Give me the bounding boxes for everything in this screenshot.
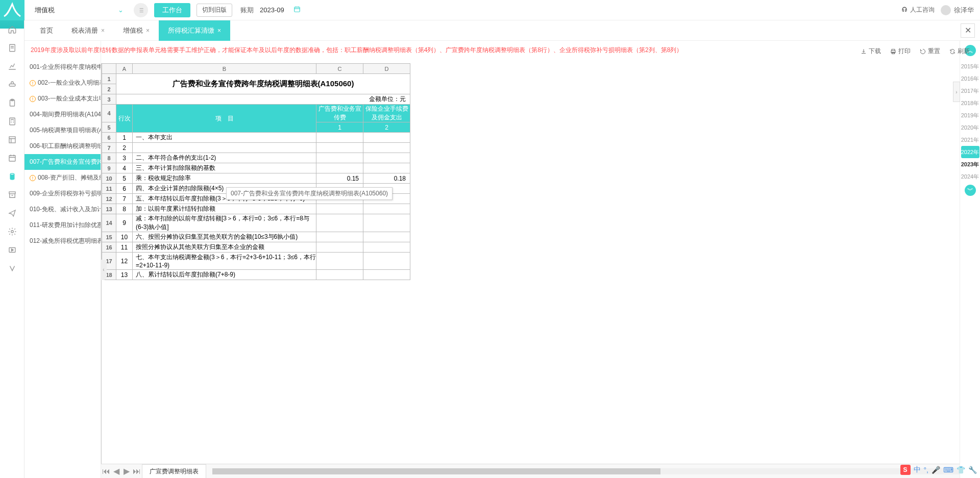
value-cell[interactable] bbox=[316, 242, 363, 253]
user-menu[interactable]: 徐泽华 bbox=[941, 5, 974, 15]
value-cell[interactable] bbox=[363, 242, 410, 253]
value-cell[interactable] bbox=[363, 253, 410, 270]
nav-home-icon[interactable] bbox=[0, 20, 24, 39]
project-cell[interactable]: 减：本年扣除的以前年度结转额[3＞6，本行=0；3≤6，本行=8与(6-3)孰小… bbox=[133, 214, 316, 232]
year-2020年[interactable]: 2020年 bbox=[961, 121, 979, 134]
project-cell[interactable]: 一、本年支出 bbox=[133, 133, 316, 143]
close-icon[interactable]: × bbox=[146, 27, 150, 34]
nav-send-icon[interactable] bbox=[0, 204, 24, 222]
year-2015年[interactable]: 2015年 bbox=[961, 60, 979, 72]
value-cell[interactable]: 0.18 bbox=[363, 173, 410, 184]
row-header[interactable]: 7 bbox=[102, 143, 116, 153]
value-cell[interactable] bbox=[316, 133, 363, 143]
print-button[interactable]: 打印 bbox=[890, 47, 911, 56]
sheet-item[interactable]: 007-广告费和业务宣传费跨... bbox=[24, 154, 101, 170]
value-cell[interactable] bbox=[316, 232, 363, 242]
value-cell[interactable] bbox=[363, 270, 410, 280]
value-cell[interactable] bbox=[316, 143, 363, 153]
project-cell[interactable]: 六、按照分摊协议归集至其他关联方的金额(10≤3与6孰小值) bbox=[133, 232, 316, 242]
download-button[interactable]: 下载 bbox=[861, 47, 881, 56]
sheet-item[interactable]: 005-纳税调整项目明细表(A1... bbox=[24, 122, 101, 138]
col-header[interactable]: A bbox=[116, 64, 133, 74]
help-link[interactable]: 人工咨询 bbox=[901, 6, 935, 14]
ime-punct-icon[interactable]: °, bbox=[924, 466, 929, 474]
row-header[interactable]: 12 bbox=[102, 194, 116, 204]
nav-doc-icon[interactable] bbox=[0, 39, 24, 57]
collapse-sheet-list-button[interactable]: ‹ bbox=[101, 260, 107, 280]
year-2019年[interactable]: 2019年 bbox=[961, 109, 979, 121]
project-cell[interactable]: 七、本年支出纳税调整金额(3＞6，本行=2+3-6+10-11；3≤6，本行=2… bbox=[133, 253, 316, 270]
value-cell[interactable] bbox=[363, 143, 410, 153]
org-selector[interactable]: 增值税 ⌄ bbox=[31, 3, 128, 17]
row-header[interactable]: 11 bbox=[102, 184, 116, 194]
close-icon[interactable]: × bbox=[101, 27, 105, 34]
nav-video-icon[interactable] bbox=[0, 241, 24, 259]
nav-settings-icon[interactable] bbox=[0, 222, 24, 241]
project-cell[interactable]: 按照分摊协议从其他关联方归集至本企业的金额 bbox=[133, 242, 316, 253]
year-2024年[interactable]: 2024年 bbox=[961, 170, 979, 183]
row-header[interactable]: 10 bbox=[102, 173, 116, 184]
year-2017年[interactable]: 2017年 bbox=[961, 85, 979, 97]
project-cell[interactable] bbox=[133, 143, 316, 153]
row-header[interactable]: 6 bbox=[102, 133, 116, 143]
col-header[interactable]: B bbox=[133, 64, 316, 74]
nav-template-icon[interactable] bbox=[0, 131, 24, 149]
tab-税表清册[interactable]: 税表清册× bbox=[62, 20, 114, 41]
row-header[interactable]: 1 bbox=[102, 74, 116, 84]
value-cell[interactable] bbox=[363, 232, 410, 242]
nav-v-icon[interactable] bbox=[0, 259, 24, 278]
nav-archive-icon[interactable] bbox=[0, 186, 24, 204]
row-header[interactable]: 8 bbox=[102, 153, 116, 163]
horizontal-scrollbar[interactable] bbox=[212, 468, 960, 474]
sheet-item[interactable]: 012-减免所得税优惠明细表(... bbox=[24, 233, 101, 249]
year-2022年[interactable]: 2022年 bbox=[961, 146, 979, 158]
row-header[interactable]: 16 bbox=[102, 242, 116, 253]
spreadsheet-grid[interactable]: ABCD1广告费和业务宣传费跨年度纳税调整明细表(A105060)23金额单位：… bbox=[101, 63, 960, 464]
project-cell[interactable]: 加：以前年度累计结转扣除额 bbox=[133, 204, 316, 214]
value-cell[interactable] bbox=[363, 133, 410, 143]
nav-calc-icon[interactable] bbox=[0, 112, 24, 131]
year-2021年[interactable]: 2021年 bbox=[961, 134, 979, 146]
sheet-nav-next-icon[interactable]: ▶ bbox=[121, 466, 132, 476]
ime-mic-icon[interactable]: 🎤 bbox=[932, 466, 940, 474]
value-cell[interactable] bbox=[316, 253, 363, 270]
year-2016年[interactable]: 2016年 bbox=[961, 72, 979, 85]
ime-tools-icon[interactable]: 🔧 bbox=[968, 466, 977, 474]
project-cell[interactable]: 乘：税收规定扣除率 bbox=[133, 173, 316, 184]
col-header[interactable]: C bbox=[316, 64, 363, 74]
sheet-item[interactable]: !002-一般企业收入明细表(A... bbox=[24, 75, 101, 91]
sheet-item[interactable]: 004-期间费用明细表(A1040... bbox=[24, 107, 101, 122]
sheet-item[interactable]: !003-一般企业成本支出明细... bbox=[24, 91, 101, 107]
calendar-icon[interactable] bbox=[293, 6, 301, 15]
refresh-button[interactable]: 刷新 bbox=[949, 47, 970, 56]
project-cell[interactable]: 二、本年符合条件的支出(1-2) bbox=[133, 153, 316, 163]
sheet-nav-prev-icon[interactable]: ◀ bbox=[111, 466, 121, 476]
row-header[interactable]: 13 bbox=[102, 204, 116, 214]
workbench-button[interactable]: 工作台 bbox=[154, 3, 190, 17]
tab-首页[interactable]: 首页 bbox=[31, 20, 62, 41]
project-cell[interactable]: 三、本年计算扣除限额的基数 bbox=[133, 163, 316, 173]
expand-right-button[interactable]: › bbox=[953, 82, 960, 102]
ime-lang[interactable]: 中 bbox=[914, 465, 921, 474]
sheet-nav-last-icon[interactable]: ⏭ bbox=[132, 467, 142, 476]
close-all-tabs-button[interactable]: ✕ bbox=[961, 23, 975, 38]
nav-money-icon[interactable] bbox=[0, 76, 24, 94]
sheet-item[interactable]: 011-研发费用加计扣除优惠... bbox=[24, 217, 101, 233]
col-header[interactable]: D bbox=[363, 64, 410, 74]
ime-logo-icon[interactable]: S bbox=[900, 465, 911, 475]
value-cell[interactable] bbox=[363, 163, 410, 173]
ime-skin-icon[interactable]: 👕 bbox=[957, 466, 965, 474]
close-icon[interactable]: × bbox=[217, 27, 221, 34]
sheet-tab[interactable]: 广宣费调整明细表 bbox=[142, 464, 206, 479]
sheet-item[interactable]: 001-企业所得税年度纳税申... bbox=[24, 59, 101, 75]
year-2023年[interactable]: 2023年 bbox=[961, 158, 979, 170]
reset-button[interactable]: 重置 bbox=[920, 47, 940, 56]
nav-clipboard-icon[interactable] bbox=[0, 94, 24, 112]
sheet-item[interactable]: !008-资产折旧、摊销及纳税... bbox=[24, 170, 101, 186]
nav-chart-icon[interactable] bbox=[0, 57, 24, 76]
row-header[interactable]: 15 bbox=[102, 232, 116, 242]
row-header[interactable]: 9 bbox=[102, 163, 116, 173]
value-cell[interactable] bbox=[363, 214, 410, 232]
tab-增值税[interactable]: 增值税× bbox=[114, 20, 159, 41]
sheet-item[interactable]: 010-免税、减计收入及加计... bbox=[24, 202, 101, 217]
